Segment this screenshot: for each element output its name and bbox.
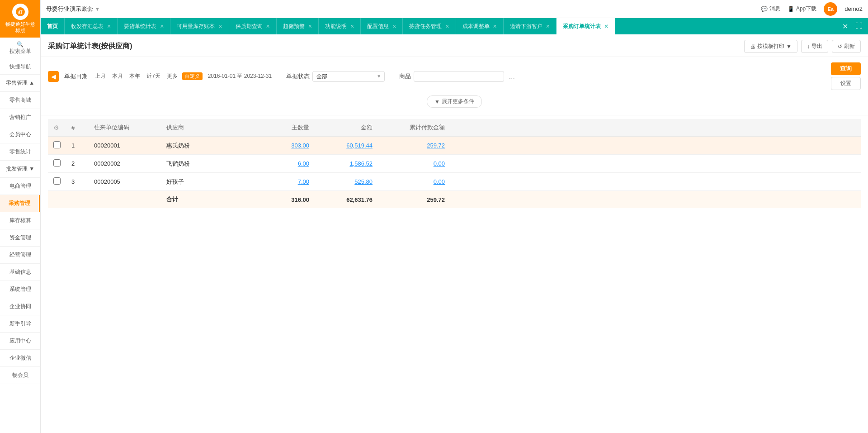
tab-overstock-label: 超储预警	[283, 23, 305, 30]
query-button[interactable]: 查询	[831, 62, 861, 75]
date-shortcut-this-year[interactable]: 本年	[127, 72, 142, 81]
tab-inventory[interactable]: 可用量库存账本 ×	[170, 18, 229, 34]
tab-requisition-close[interactable]: ×	[160, 23, 164, 30]
tab-purchase-stat-close[interactable]: ×	[604, 23, 608, 30]
tab-config[interactable]: 配置信息 ×	[361, 18, 403, 34]
tab-expiry[interactable]: 保质期查询 ×	[229, 18, 277, 34]
sidebar-item-inventory-check[interactable]: 库存核算	[0, 212, 40, 229]
expand-more-button[interactable]: ▼ 展开更多条件	[427, 95, 482, 108]
sidebar-item-retail[interactable]: 零售管理 ▲	[0, 75, 40, 92]
goods-more-icon[interactable]: …	[509, 73, 515, 80]
refresh-button[interactable]: ↺ 刷新	[832, 40, 861, 53]
row-2-amount[interactable]: 1,586.52	[315, 155, 378, 173]
tab-picking-close[interactable]: ×	[445, 23, 449, 30]
sidebar-item-retail-mall[interactable]: 零售商城	[0, 92, 40, 109]
row-2-qty[interactable]: 6.00	[260, 155, 315, 173]
app-download-action[interactable]: 📱 App下载	[788, 5, 816, 13]
row-3-qty[interactable]: 7.00	[260, 173, 315, 191]
row-1-qty-value: 303.00	[291, 142, 309, 149]
tab-function[interactable]: 功能说明 ×	[319, 18, 361, 34]
date-shortcut-7days[interactable]: 近7天	[145, 72, 162, 81]
goods-filter-input[interactable]	[414, 71, 504, 82]
table-settings-icon[interactable]: ⚙	[53, 124, 59, 131]
sidebar-item-basic[interactable]: 基础信息	[0, 264, 40, 281]
tab-config-close[interactable]: ×	[392, 23, 396, 30]
sidebar-item-ecommerce[interactable]: 电商管理	[0, 178, 40, 195]
sidebar: 好 畅捷通好生意 标版 🔍 搜索菜单 快捷导航 零售管理 ▲ 零售商城 营销推广…	[0, 0, 41, 433]
table-head: ⚙ # 往来单位编码 供应商 主数量 金额 累计付款金额	[48, 119, 861, 137]
tab-invite-close[interactable]: ×	[546, 23, 550, 30]
row-3-qty-value: 7.00	[298, 178, 309, 185]
sidebar-item-retail-stat[interactable]: 零售统计	[0, 143, 40, 161]
wecom-label: 企业微信	[9, 354, 31, 362]
row-3-amount[interactable]: 525.80	[315, 173, 378, 191]
tab-invite[interactable]: 邀请下游客户 ×	[504, 18, 557, 34]
sidebar-item-purchase[interactable]: 采购管理	[0, 195, 40, 212]
row-1-amount[interactable]: 60,519.44	[315, 137, 378, 155]
status-select[interactable]: 全部 待审核 已审核 已完成	[312, 71, 385, 82]
sidebar-item-marketing[interactable]: 营销推广	[0, 109, 40, 126]
table-header-row: ⚙ # 往来单位编码 供应商 主数量 金额 累计付款金额	[48, 119, 861, 137]
page-header: 采购订单统计表(按供应商) 🖨 按模板打印 ▼ ↓ 导出 ↺ 刷新	[41, 34, 868, 57]
sidebar-item-wholesale[interactable]: 批发管理 ▼	[0, 161, 40, 178]
row-1-amount-value: 60,519.44	[346, 142, 373, 149]
row-2-checkbox[interactable]	[53, 159, 61, 167]
date-shortcut-this-month[interactable]: 本月	[110, 72, 125, 81]
row-3-paid[interactable]: 0.00	[378, 173, 450, 191]
tab-inventory-close[interactable]: ×	[218, 23, 222, 30]
row-2-supplier-value: 飞鹤奶粉	[166, 160, 190, 167]
expand-icon: ▼	[434, 99, 440, 105]
sidebar-item-finance[interactable]: 资金管理	[0, 229, 40, 247]
tab-receive-close[interactable]: ×	[107, 23, 111, 30]
tab-fullscreen-btn[interactable]: ⛶	[854, 21, 864, 31]
sidebar-item-wecom[interactable]: 企业微信	[0, 350, 40, 367]
ecommerce-label: 电商管理	[9, 182, 31, 190]
filter-settings-button[interactable]: 设置	[831, 77, 861, 90]
tab-function-close[interactable]: ×	[350, 23, 354, 30]
sidebar-item-search[interactable]: 🔍 搜索菜单	[0, 38, 40, 59]
row-3-amount-value: 525.80	[354, 178, 373, 185]
tab-purchase-stat[interactable]: 采购订单统计表 ×	[557, 18, 615, 34]
row-3-checkbox[interactable]	[53, 177, 61, 185]
expand-row: ▼ 展开更多条件	[48, 94, 861, 109]
tab-cost[interactable]: 成本调整单 ×	[456, 18, 504, 34]
tab-close-all-btn[interactable]: ✕	[840, 21, 850, 32]
tab-requisition[interactable]: 要货单统计表 ×	[118, 18, 170, 34]
row-1-paid[interactable]: 259.72	[378, 137, 450, 155]
date-shortcut-last-month[interactable]: 上月	[93, 72, 108, 81]
tab-home[interactable]: 首页	[41, 18, 65, 34]
sidebar-item-vip[interactable]: 畅会员	[0, 367, 40, 384]
template-print-button[interactable]: 🖨 按模板打印 ▼	[744, 40, 797, 53]
date-custom-badge[interactable]: 自定义	[182, 72, 203, 80]
tab-overstock-close[interactable]: ×	[308, 23, 312, 30]
row-1-qty[interactable]: 303.00	[260, 137, 315, 155]
sidebar-item-app-center[interactable]: 应用中心	[0, 333, 40, 350]
sidebar-item-quick-nav[interactable]: 快捷导航	[0, 59, 40, 75]
row-2-checkbox-cell	[48, 155, 66, 173]
message-action[interactable]: 💬 消息	[761, 5, 780, 13]
row-3-paid-value: 0.00	[434, 178, 445, 185]
filter-toggle-button[interactable]: ◀	[48, 71, 59, 82]
filter-area: ◀ 单据日期 上月 本月 本年 近7天 更多 自定义 2016-01-01 至 …	[41, 57, 868, 115]
date-shortcut-more[interactable]: 更多	[165, 72, 179, 81]
tab-picking[interactable]: 拣货任务管理 ×	[403, 18, 456, 34]
row-1-checkbox[interactable]	[53, 141, 61, 148]
tab-cost-close[interactable]: ×	[493, 23, 497, 30]
sidebar-item-system[interactable]: 系统管理	[0, 281, 40, 298]
avatar[interactable]: Ea	[824, 2, 837, 16]
app-logo[interactable]: 好 畅捷通好生意 标版	[0, 0, 41, 38]
footer-empty-2	[66, 191, 89, 209]
tab-expiry-close[interactable]: ×	[266, 23, 270, 30]
sidebar-item-member[interactable]: 会员中心	[0, 126, 40, 143]
sidebar-item-corp[interactable]: 企业协同	[0, 298, 40, 315]
row-2-paid[interactable]: 0.00	[378, 155, 450, 173]
col-header-checkbox: ⚙	[48, 119, 66, 137]
sidebar-item-operation[interactable]: 经营管理	[0, 247, 40, 264]
tab-overstock[interactable]: 超储预警 ×	[277, 18, 319, 34]
tab-receive-label: 收发存汇总表	[71, 23, 104, 30]
tab-receive[interactable]: 收发存汇总表 ×	[65, 18, 118, 34]
export-button[interactable]: ↓ 导出	[801, 40, 828, 53]
workspace-selector[interactable]: 母婴行业演示账套 ▼	[46, 5, 100, 13]
tab-picking-label: 拣货任务管理	[409, 23, 442, 30]
sidebar-item-guide[interactable]: 新手引导	[0, 315, 40, 333]
